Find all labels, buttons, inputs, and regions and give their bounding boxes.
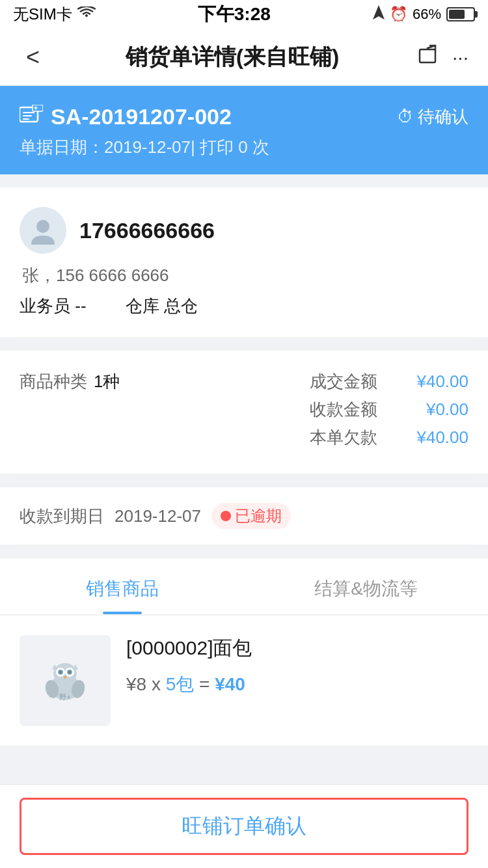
warehouse: 仓库 总仓: [126, 295, 198, 318]
wifi-icon: [77, 5, 96, 23]
product-info: [0000002]面包 ¥8 x 5包 = ¥40: [126, 635, 468, 697]
summary-card: 商品种类 1种 成交金额 ¥40.00 收款金额 ¥0.00 本单欠款 ¥40.…: [0, 351, 488, 474]
status-bar-right: ⏰ 66%: [373, 5, 475, 23]
battery-percentage: 66%: [413, 6, 441, 23]
svg-rect-0: [420, 49, 435, 62]
due-date-card: 收款到期日 2019-12-07 已逾期: [0, 487, 488, 545]
svg-point-11: [68, 671, 71, 673]
status-bar-left: 无SIM卡: [13, 4, 96, 25]
amount-row: 成交金额 ¥40.00: [310, 370, 468, 393]
sales-person: 业务员 --: [20, 295, 87, 318]
order-header-card: SA-20191207-002 ⏱ 待确认 单据日期：2019-12-07| 打…: [0, 86, 488, 174]
location-icon: [373, 5, 385, 23]
due-date-value: 2019-12-07: [115, 506, 201, 526]
customer-name-phone: 张，156 6666 6666: [20, 264, 468, 287]
customer-card: 17666666666 张，156 6666 6666 业务员 -- 仓库 总仓: [0, 187, 488, 337]
due-date-label: 收款到期日: [20, 505, 104, 528]
product-image: 野+: [20, 635, 111, 726]
product-name: [0000002]面包: [126, 635, 468, 662]
overdue-badge: 已逾期: [211, 503, 291, 529]
tab-sales-products[interactable]: 销售商品: [0, 558, 244, 614]
page-title: 销货单详情(来自旺铺): [126, 42, 340, 72]
customer-meta: 业务员 -- 仓库 总仓: [20, 295, 468, 318]
product-type-info: 商品种类 1种: [20, 370, 120, 393]
due-row: 本单欠款 ¥40.00: [310, 426, 468, 449]
status-bar-time: 下午3:28: [198, 2, 271, 27]
nav-actions: ···: [418, 44, 468, 70]
customer-phone: 17666666666: [79, 218, 215, 243]
share-button[interactable]: [418, 44, 439, 70]
overdue-dot-icon: [221, 511, 231, 521]
tabs-container: 销售商品 结算&物流等: [0, 558, 488, 616]
status-clock-icon: ⏱: [397, 107, 414, 127]
order-date-row: 单据日期：2019-12-07| 打印 0 次: [20, 136, 468, 159]
more-button[interactable]: ···: [452, 46, 468, 68]
back-button[interactable]: <: [20, 37, 46, 77]
svg-text:野+: 野+: [59, 693, 70, 701]
tab-settlement-logistics[interactable]: 结算&物流等: [244, 558, 488, 614]
nav-bar: < 销货单详情(来自旺铺) ···: [0, 29, 488, 86]
divider-2: [20, 474, 468, 474]
received-row: 收款金额 ¥0.00: [310, 398, 468, 421]
order-id: SA-20191207-002: [20, 104, 232, 129]
financial-summary: 成交金额 ¥40.00 收款金额 ¥0.00 本单欠款 ¥40.00: [310, 370, 468, 454]
order-icon: [20, 104, 43, 129]
confirm-order-button[interactable]: 旺铺订单确认: [20, 798, 468, 855]
product-card: 野+ [0000002]面包 ¥8 x 5包 = ¥40: [0, 616, 488, 746]
status-bar: 无SIM卡 下午3:28 ⏰ 66%: [0, 0, 488, 29]
divider-1: [20, 337, 468, 338]
order-status: ⏱ 待确认: [397, 105, 468, 128]
battery-icon: [446, 7, 475, 21]
customer-avatar: [20, 207, 66, 254]
svg-point-10: [59, 671, 62, 673]
product-price: ¥8 x 5包 = ¥40: [126, 672, 468, 697]
svg-point-3: [36, 220, 49, 233]
divider-3: [20, 545, 468, 545]
alarm-icon: ⏰: [390, 6, 407, 23]
carrier-label: 无SIM卡: [13, 4, 72, 25]
bottom-bar: 旺铺订单确认: [0, 784, 488, 868]
